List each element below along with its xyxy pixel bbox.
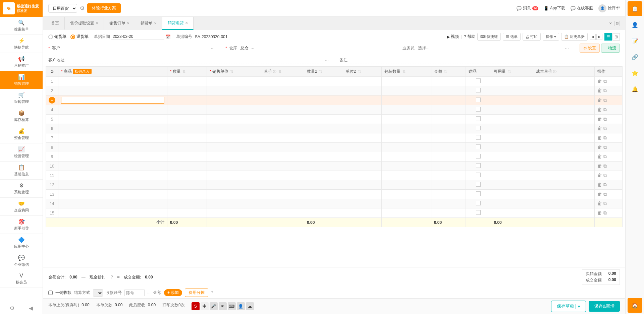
cell-unit2-11[interactable] xyxy=(343,171,382,180)
cell-unit_price-4[interactable] xyxy=(261,105,304,115)
industry-select[interactable]: 日用百货 xyxy=(48,4,77,13)
cell-unit_price-10[interactable] xyxy=(261,162,304,171)
cell-unit_price-5[interactable] xyxy=(261,115,304,124)
cell-qty2-2[interactable] xyxy=(304,86,343,96)
cell-unit2-4[interactable] xyxy=(343,105,382,115)
cell-product-4[interactable] xyxy=(58,105,167,115)
history-btn[interactable]: 📋 历史单据 xyxy=(561,33,588,41)
list-view-btn[interactable]: ☰ xyxy=(604,33,612,41)
cell-qty-14[interactable] xyxy=(167,199,207,208)
online-service-btn[interactable]: 💬 在线客服 xyxy=(571,5,593,11)
delete-row-btn-13[interactable]: 🗑 xyxy=(597,191,602,197)
right-panel-btn-5[interactable]: 🔔 xyxy=(628,82,642,97)
account-picker-btn[interactable]: ··· xyxy=(147,291,151,295)
delete-row-btn-3[interactable]: 🗑 xyxy=(597,98,602,103)
gift-checkbox-2[interactable] xyxy=(476,88,481,92)
cell-unit_price-2[interactable] xyxy=(261,86,304,96)
cell-amount-1[interactable] xyxy=(431,77,466,86)
unit-price-info-icon[interactable]: ⓘ xyxy=(273,70,276,73)
qty2-sort-icon[interactable]: ⇅ xyxy=(319,69,322,74)
tab-close-1[interactable]: ✕ xyxy=(96,21,98,25)
keyboard2-icon[interactable]: ⌨ xyxy=(228,302,236,310)
gift-checkbox-9[interactable] xyxy=(476,154,481,159)
cell-cost-2[interactable] xyxy=(533,86,595,96)
cell-gift-14[interactable] xyxy=(466,199,491,208)
cell-available-8[interactable] xyxy=(491,143,533,152)
gift-checkbox-6[interactable] xyxy=(476,126,481,130)
copy-row-btn-11[interactable]: ⧉ xyxy=(603,173,607,178)
cell-qty2-15[interactable] xyxy=(304,208,343,218)
cell-unit2-6[interactable] xyxy=(343,124,382,133)
cell-available-11[interactable] xyxy=(491,171,533,180)
sidebar-item-9[interactable]: ⚙系统管理 xyxy=(0,180,43,198)
cell-sales_unit-2[interactable] xyxy=(207,86,261,96)
cell-unit_price-11[interactable] xyxy=(261,171,304,180)
experience-btn[interactable]: 体验行业方案 xyxy=(87,3,121,13)
cell-amount-10[interactable] xyxy=(431,162,466,171)
tab-4[interactable]: 销货退货✕ xyxy=(162,17,194,30)
sidebar-item-10[interactable]: 🤝企业协同 xyxy=(0,198,43,216)
cell-cost-10[interactable] xyxy=(533,162,595,171)
cell-available-1[interactable] xyxy=(491,77,533,86)
cell-sales_unit-6[interactable] xyxy=(207,124,261,133)
cell-product-9[interactable] xyxy=(58,152,167,162)
cell-sales_unit-4[interactable] xyxy=(207,105,261,115)
staff-input[interactable] xyxy=(417,45,563,51)
copy-row-btn-14[interactable]: ⧉ xyxy=(603,201,607,206)
gift-checkbox-3[interactable] xyxy=(476,98,481,102)
cell-pack_qty-8[interactable] xyxy=(382,143,431,152)
delete-row-btn-6[interactable]: 🗑 xyxy=(597,126,602,131)
cell-pack_qty-2[interactable] xyxy=(382,86,431,96)
sales-unit-sort-icon[interactable]: ⇅ xyxy=(230,69,233,74)
cell-cost-13[interactable] xyxy=(533,190,595,199)
cell-product-13[interactable] xyxy=(58,190,167,199)
cell-unit2-7[interactable] xyxy=(343,133,382,143)
cell-available-6[interactable] xyxy=(491,124,533,133)
user-menu[interactable]: 👤 徐泽华 xyxy=(598,4,620,12)
cell-qty2-5[interactable] xyxy=(304,115,343,124)
cell-cost-3[interactable] xyxy=(533,96,595,105)
sidebar-item-11[interactable]: 🎯新手引导 xyxy=(0,216,43,234)
cell-qty-11[interactable] xyxy=(167,171,207,180)
cell-sales_unit-12[interactable] xyxy=(207,180,261,190)
cell-pack_qty-13[interactable] xyxy=(382,190,431,199)
remark-input[interactable] xyxy=(350,57,620,63)
right-panel-btn-1[interactable]: 👤 xyxy=(628,17,642,32)
cell-gift-7[interactable] xyxy=(466,133,491,143)
cell-pack_qty-1[interactable] xyxy=(382,77,431,86)
maximize-btn[interactable]: ⊡ xyxy=(614,21,620,26)
message-btn[interactable]: 💬 消息 70 xyxy=(517,5,538,11)
cell-amount-7[interactable] xyxy=(431,133,466,143)
cell-qty-1[interactable] xyxy=(167,77,207,86)
cell-product-14[interactable] xyxy=(58,199,167,208)
pack-sort-icon[interactable]: ⇅ xyxy=(402,69,406,74)
unit2-sort-icon[interactable]: ⇅ xyxy=(358,69,361,74)
cell-available-13[interactable] xyxy=(491,190,533,199)
settings-icon[interactable]: ⚙ xyxy=(10,305,14,311)
copy-row-btn-2[interactable]: ⧉ xyxy=(603,88,607,93)
cell-sales_unit-3[interactable] xyxy=(207,96,261,105)
cell-product-10[interactable] xyxy=(58,162,167,171)
delete-row-btn-11[interactable]: 🗑 xyxy=(597,173,602,178)
cell-unit2-14[interactable] xyxy=(343,199,382,208)
cell-qty-10[interactable] xyxy=(167,162,207,171)
cell-gift-4[interactable] xyxy=(466,105,491,115)
cell-qty2-6[interactable] xyxy=(304,124,343,133)
cell-pack_qty-9[interactable] xyxy=(382,152,431,162)
cell-unit2-3[interactable] xyxy=(343,96,382,105)
tab-1[interactable]: 售价提取设置✕ xyxy=(65,17,104,29)
scan-input-btn[interactable]: 扫码录入 xyxy=(73,69,92,74)
cell-amount-9[interactable] xyxy=(431,152,466,162)
cell-gift-5[interactable] xyxy=(466,115,491,124)
cell-qty-9[interactable] xyxy=(167,152,207,162)
address-picker-btn[interactable]: ··· xyxy=(325,58,329,63)
add-payment-btn[interactable]: + 添加 xyxy=(164,289,182,296)
cell-pack_qty-14[interactable] xyxy=(382,199,431,208)
cell-cost-4[interactable] xyxy=(533,105,595,115)
grid-view-btn[interactable]: ⊞ xyxy=(612,33,620,41)
cell-unit_price-7[interactable] xyxy=(261,133,304,143)
cloud-icon[interactable]: ☁ xyxy=(246,302,254,310)
copy-row-btn-15[interactable]: ⧉ xyxy=(603,210,607,216)
cell-available-4[interactable] xyxy=(491,105,533,115)
cell-product-5[interactable] xyxy=(58,115,167,124)
